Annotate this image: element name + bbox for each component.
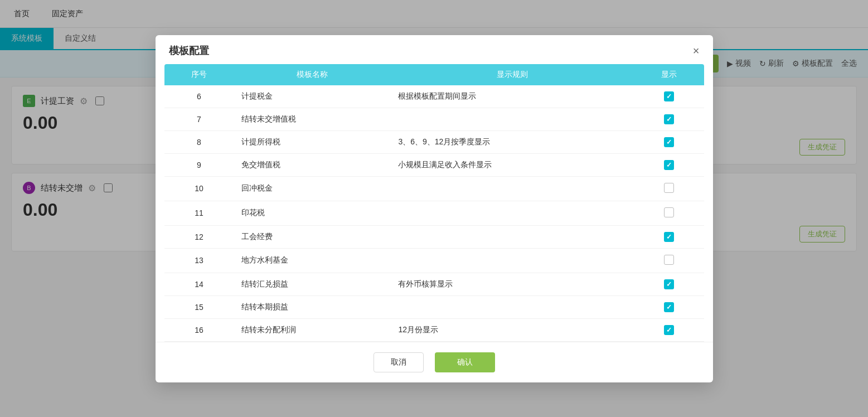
cell-checkbox[interactable] bbox=[634, 248, 704, 273]
table-row: 9免交增值税小规模且满足收入条件显示 bbox=[164, 153, 704, 176]
cell-id: 16 bbox=[164, 318, 234, 341]
row-checkbox-15[interactable] bbox=[664, 302, 674, 312]
cell-name: 地方水利基金 bbox=[234, 248, 390, 273]
cell-checkbox[interactable] bbox=[634, 176, 704, 201]
cell-id: 13 bbox=[164, 248, 234, 273]
row-checkbox-16[interactable] bbox=[664, 325, 674, 335]
config-table: 序号 模板名称 显示规则 显示 6计提税金根据模板配置期间显示7结转未交增值税8… bbox=[164, 64, 704, 342]
modal-table-container: 序号 模板名称 显示规则 显示 6计提税金根据模板配置期间显示7结转未交增值税8… bbox=[156, 64, 713, 342]
cell-name: 结转未分配利润 bbox=[234, 318, 390, 341]
cell-rule: 小规模且满足收入条件显示 bbox=[390, 153, 634, 176]
cell-checkbox[interactable] bbox=[634, 225, 704, 248]
confirm-button[interactable]: 确认 bbox=[435, 352, 495, 372]
cell-checkbox[interactable] bbox=[634, 153, 704, 176]
cell-rule: 12月份显示 bbox=[390, 318, 634, 341]
cell-rule bbox=[390, 225, 634, 248]
row-checkbox-14[interactable] bbox=[664, 279, 674, 289]
cancel-button[interactable]: 取消 bbox=[374, 352, 424, 372]
modal-close-button[interactable]: × bbox=[693, 45, 700, 56]
cell-name: 印花税 bbox=[234, 201, 390, 225]
cell-name: 免交增值税 bbox=[234, 153, 390, 176]
row-checkbox-12[interactable] bbox=[664, 232, 674, 242]
modal-overlay: 模板配置 × 序号 模板名称 显示规则 显示 6计提税金根据模板配置期间显示7结… bbox=[0, 0, 868, 417]
col-header-id: 序号 bbox=[164, 64, 234, 85]
col-header-rule: 显示规则 bbox=[390, 64, 634, 85]
cell-name: 计提所得税 bbox=[234, 130, 390, 153]
cell-id: 7 bbox=[164, 108, 234, 130]
col-header-name: 模板名称 bbox=[234, 64, 390, 85]
row-checkbox-10[interactable] bbox=[664, 183, 674, 193]
row-checkbox-9[interactable] bbox=[664, 160, 674, 170]
cell-checkbox[interactable] bbox=[634, 85, 704, 108]
cell-id: 12 bbox=[164, 225, 234, 248]
table-row: 11印花税 bbox=[164, 201, 704, 225]
cell-checkbox[interactable] bbox=[634, 201, 704, 225]
table-row: 8计提所得税3、6、9、12月按季度显示 bbox=[164, 130, 704, 153]
cell-id: 8 bbox=[164, 130, 234, 153]
col-header-display: 显示 bbox=[634, 64, 704, 85]
cell-rule bbox=[390, 176, 634, 201]
table-row: 13地方水利基金 bbox=[164, 248, 704, 273]
cell-rule bbox=[390, 295, 634, 318]
row-checkbox-6[interactable] bbox=[664, 91, 674, 101]
cell-name: 回冲税金 bbox=[234, 176, 390, 201]
cell-name: 结转汇兑损益 bbox=[234, 273, 390, 295]
cell-checkbox[interactable] bbox=[634, 108, 704, 130]
table-row: 10回冲税金 bbox=[164, 176, 704, 201]
cell-rule bbox=[390, 201, 634, 225]
table-row: 14结转汇兑损益有外币核算显示 bbox=[164, 273, 704, 295]
cell-checkbox[interactable] bbox=[634, 295, 704, 318]
cell-name: 工会经费 bbox=[234, 225, 390, 248]
cell-checkbox[interactable] bbox=[634, 318, 704, 341]
cell-rule: 根据模板配置期间显示 bbox=[390, 85, 634, 108]
template-config-modal: 模板配置 × 序号 模板名称 显示规则 显示 6计提税金根据模板配置期间显示7结… bbox=[156, 35, 713, 382]
row-checkbox-13[interactable] bbox=[664, 255, 674, 265]
cell-id: 14 bbox=[164, 273, 234, 295]
cell-name: 计提税金 bbox=[234, 85, 390, 108]
cell-rule bbox=[390, 248, 634, 273]
cell-id: 6 bbox=[164, 85, 234, 108]
cell-checkbox[interactable] bbox=[634, 130, 704, 153]
cell-rule bbox=[390, 108, 634, 130]
cell-name: 结转未交增值税 bbox=[234, 108, 390, 130]
modal-title: 模板配置 bbox=[169, 44, 209, 57]
cell-id: 15 bbox=[164, 295, 234, 318]
row-checkbox-11[interactable] bbox=[664, 207, 674, 217]
cell-checkbox[interactable] bbox=[634, 273, 704, 295]
table-row: 16结转未分配利润12月份显示 bbox=[164, 318, 704, 341]
cell-id: 9 bbox=[164, 153, 234, 176]
table-row: 15结转本期损益 bbox=[164, 295, 704, 318]
table-row: 7结转未交增值税 bbox=[164, 108, 704, 130]
cell-rule: 有外币核算显示 bbox=[390, 273, 634, 295]
table-row: 6计提税金根据模板配置期间显示 bbox=[164, 85, 704, 108]
row-checkbox-7[interactable] bbox=[664, 114, 674, 124]
cell-rule: 3、6、9、12月按季度显示 bbox=[390, 130, 634, 153]
cell-id: 10 bbox=[164, 176, 234, 201]
cell-id: 11 bbox=[164, 201, 234, 225]
cell-name: 结转本期损益 bbox=[234, 295, 390, 318]
table-row: 12工会经费 bbox=[164, 225, 704, 248]
row-checkbox-8[interactable] bbox=[664, 137, 674, 147]
